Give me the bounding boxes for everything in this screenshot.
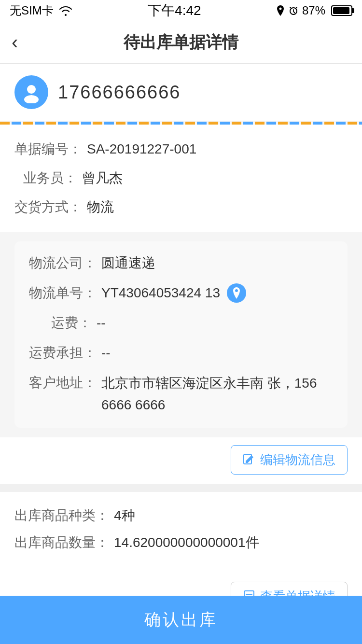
freight-value: -- xyxy=(97,313,333,333)
confirm-button-label: 确认出库 xyxy=(144,609,218,631)
order-number-label: 单据编号： xyxy=(14,139,87,159)
logistics-company-row: 物流公司： 圆通速递 xyxy=(29,253,333,273)
delivery-row: 交货方式： 物流 xyxy=(14,197,348,217)
user-avatar xyxy=(14,75,48,109)
battery-percent: 87% xyxy=(302,4,325,17)
goods-quantity-value: 14.620000000000001件 xyxy=(114,533,259,552)
status-bar-left: 无SIM卡 xyxy=(10,3,73,18)
freight-bear-value: -- xyxy=(101,343,333,363)
delivery-label: 交货方式： xyxy=(14,197,87,217)
network-label: 无SIM卡 xyxy=(10,3,54,18)
freight-bear-row: 运费承担： -- xyxy=(29,343,333,363)
user-header: 17666666666 xyxy=(0,64,362,121)
location-status-icon xyxy=(276,5,285,16)
salesman-value: 曾凡杰 xyxy=(82,168,348,188)
goods-quantity-label: 出库商品数量： xyxy=(14,533,114,552)
logistics-company-value: 圆通速递 xyxy=(101,253,333,273)
page-title: 待出库单据详情 xyxy=(124,31,238,54)
delivery-value: 物流 xyxy=(87,197,348,217)
edit-logistics-wrap: 编辑物流信息 xyxy=(0,437,362,484)
battery-icon xyxy=(331,5,352,16)
order-number-row: 单据编号： SA-20191227-001 xyxy=(14,139,348,159)
nav-bar: ‹ 待出库单据详情 xyxy=(0,21,362,64)
freight-row: 运费： -- xyxy=(29,313,333,333)
tracking-number-text: YT43064053424 13 xyxy=(101,283,220,303)
alarm-icon xyxy=(289,5,298,16)
freight-bear-label: 运费承担： xyxy=(29,343,101,363)
logistics-card: 物流公司： 圆通速递 物流单号： YT43064053424 13 运费： --… xyxy=(14,241,348,428)
edit-logistics-button[interactable]: 编辑物流信息 xyxy=(231,445,348,475)
goods-type-value: 4种 xyxy=(114,506,135,525)
logistics-tracking-value: YT43064053424 13 xyxy=(101,283,333,303)
order-number-value: SA-20191227-001 xyxy=(87,139,348,159)
salesman-label: 业务员： xyxy=(14,168,82,188)
status-bar-right: 87% xyxy=(276,4,352,17)
svg-point-2 xyxy=(24,95,39,103)
goods-section: 出库商品种类： 4种 出库商品数量： 14.620000000000001件 xyxy=(0,492,362,575)
tracking-location-button[interactable] xyxy=(227,283,246,303)
status-bar-time: 下午4:42 xyxy=(148,1,201,20)
edit-icon xyxy=(243,453,255,466)
wifi-icon xyxy=(58,5,73,16)
edit-logistics-label: 编辑物流信息 xyxy=(260,451,335,468)
back-button[interactable]: ‹ xyxy=(12,31,18,53)
logistics-tracking-label: 物流单号： xyxy=(29,283,101,303)
address-value: 北京市市辖区海淀区永丰南 张，156 6666 6666 xyxy=(101,373,333,416)
svg-point-1 xyxy=(27,85,36,94)
logistics-tracking-row: 物流单号： YT43064053424 13 xyxy=(29,283,333,303)
confirm-bar[interactable]: 确认出库 xyxy=(0,596,362,644)
goods-quantity-row: 出库商品数量： 14.620000000000001件 xyxy=(14,533,348,552)
goods-type-label: 出库商品种类： xyxy=(14,506,114,525)
address-label: 客户地址： xyxy=(29,373,101,393)
order-info-section: 单据编号： SA-20191227-001 业务员： 曾凡杰 交货方式： 物流 xyxy=(0,125,362,232)
freight-label: 运费： xyxy=(29,313,97,333)
salesman-row: 业务员： 曾凡杰 xyxy=(14,168,348,188)
section-divider-1 xyxy=(0,484,362,492)
logistics-company-label: 物流公司： xyxy=(29,253,101,273)
goods-type-row: 出库商品种类： 4种 xyxy=(14,506,348,525)
avatar-icon xyxy=(20,81,42,103)
user-phone: 17666666666 xyxy=(58,82,181,103)
address-row: 客户地址： 北京市市辖区海淀区永丰南 张，156 6666 6666 xyxy=(29,373,333,416)
status-bar: 无SIM卡 下午4:42 87% xyxy=(0,0,362,21)
map-pin-icon xyxy=(231,287,242,299)
